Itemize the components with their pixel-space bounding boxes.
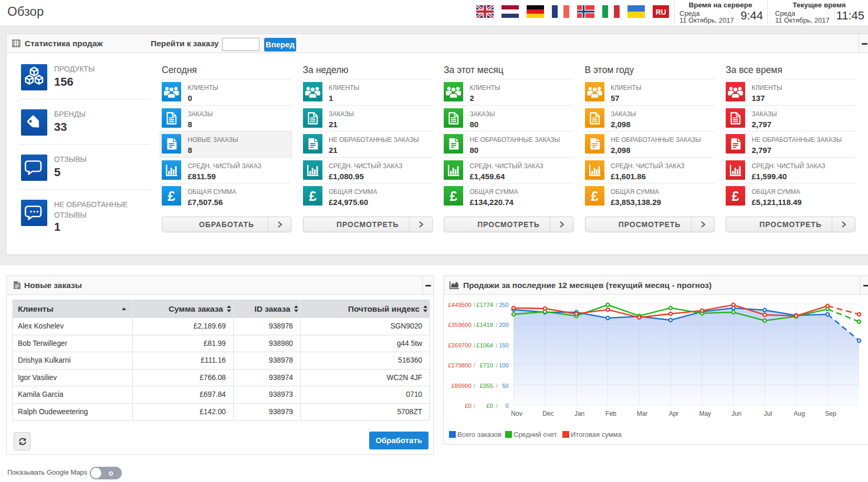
- svg-text:Nov: Nov: [511, 410, 522, 417]
- svg-text:£710: £710: [479, 362, 493, 368]
- svg-text:£359600: £359600: [448, 322, 472, 328]
- svg-text:100: 100: [499, 362, 508, 368]
- svg-text:/: /: [496, 383, 498, 389]
- svg-text:Jul: Jul: [764, 410, 772, 417]
- svg-text:/: /: [474, 342, 476, 348]
- svg-text:Всего заказов: Всего заказов: [457, 430, 501, 438]
- svg-text:£: £: [449, 188, 457, 204]
- svg-text:250: 250: [499, 302, 508, 308]
- svg-text:Sep: Sep: [825, 410, 836, 417]
- svg-text:Jun: Jun: [731, 410, 741, 417]
- svg-text:£89900: £89900: [452, 383, 472, 389]
- svg-text:Feb: Feb: [605, 410, 616, 417]
- svg-text:Aug: Aug: [794, 410, 805, 417]
- svg-text:/: /: [474, 383, 476, 389]
- svg-text:Mar: Mar: [637, 410, 648, 417]
- svg-text:£179800: £179800: [448, 362, 472, 368]
- svg-text:RU: RU: [655, 8, 666, 16]
- svg-text:Средний счет: Средний счет: [514, 430, 557, 438]
- svg-text:/: /: [496, 342, 498, 348]
- svg-text:£1419: £1419: [476, 322, 493, 328]
- svg-text:£0: £0: [486, 403, 493, 409]
- svg-text:0: 0: [505, 403, 508, 409]
- svg-text:150: 150: [499, 342, 508, 348]
- svg-text:50: 50: [502, 383, 508, 389]
- svg-text:£: £: [731, 188, 739, 204]
- svg-text:£355: £355: [479, 383, 493, 389]
- svg-text:Итоговая сумма: Итоговая сумма: [571, 430, 622, 438]
- svg-text:£1064: £1064: [476, 342, 494, 348]
- svg-text:/: /: [474, 403, 476, 409]
- svg-text:/: /: [474, 362, 476, 368]
- svg-text:£1774: £1774: [476, 302, 494, 308]
- svg-text:Apr: Apr: [669, 410, 679, 417]
- svg-text:/: /: [496, 403, 498, 409]
- svg-text:Dec: Dec: [542, 410, 553, 417]
- svg-text:/: /: [496, 362, 498, 368]
- svg-text:200: 200: [499, 322, 508, 328]
- svg-text:/: /: [496, 322, 498, 328]
- svg-text:£: £: [309, 188, 317, 204]
- svg-text:Jan: Jan: [574, 410, 584, 417]
- svg-text:May: May: [699, 410, 711, 417]
- svg-text:£0: £0: [465, 403, 472, 409]
- svg-text:/: /: [474, 302, 476, 308]
- svg-text:£: £: [168, 188, 175, 204]
- svg-text:/: /: [496, 302, 498, 308]
- svg-text:/: /: [474, 322, 476, 328]
- svg-text:£269700: £269700: [448, 342, 472, 348]
- svg-text:£449500: £449500: [448, 302, 472, 308]
- svg-text:£: £: [591, 188, 599, 204]
